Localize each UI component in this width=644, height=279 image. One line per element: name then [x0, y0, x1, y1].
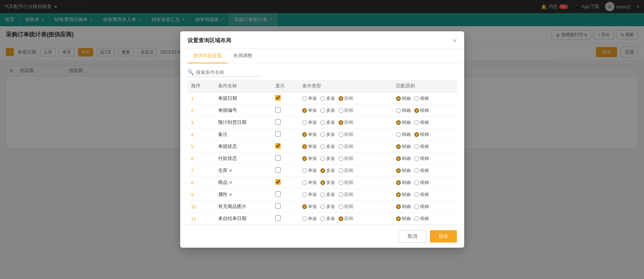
radio-type-multi[interactable]: 多值 — [320, 192, 335, 198]
radio-type-range[interactable]: 区间 — [339, 107, 353, 114]
radio-match-fuzzy[interactable]: 模糊 — [414, 131, 429, 138]
radio-match-exact[interactable]: 精确 — [396, 192, 411, 198]
cell-display — [272, 117, 299, 129]
radio-type-range[interactable]: 区间 — [339, 192, 353, 198]
radio-type-multi[interactable]: 多值 — [320, 204, 335, 210]
display-checkbox[interactable] — [275, 143, 281, 149]
radio-match-fuzzy[interactable]: 模糊 — [414, 204, 429, 210]
radio-type-multi[interactable]: 多值 — [320, 144, 335, 150]
radio-type-single[interactable]: 单值 — [302, 168, 317, 174]
radio-match-fuzzy[interactable]: 模糊 — [414, 216, 429, 222]
table-row: 7仓库 ∨单值多值区间精确模糊 — [187, 165, 457, 177]
radio-match-exact[interactable]: 精确 — [396, 144, 411, 150]
radio-match-exact[interactable]: 精确 — [396, 204, 411, 210]
radio-type-multi[interactable]: 多值 — [320, 168, 335, 174]
radio-match-exact[interactable]: 精确 — [396, 95, 411, 102]
dialog-footer: 取消 保存 — [180, 225, 464, 248]
radio-type-single[interactable]: 单值 — [302, 156, 317, 162]
radio-match-exact[interactable]: 精确 — [396, 107, 411, 114]
radio-type-multi[interactable]: 多值 — [320, 131, 335, 138]
table-row: 4备注单值多值区间精确模糊 — [187, 129, 457, 141]
cell-match: 精确模糊 — [392, 201, 457, 213]
radio-match-fuzzy[interactable]: 模糊 — [414, 144, 429, 150]
radio-type-single[interactable]: 单值 — [302, 204, 317, 210]
radio-type-single[interactable]: 单值 — [302, 216, 317, 222]
radio-match-fuzzy[interactable]: 模糊 — [414, 156, 429, 162]
display-checkbox[interactable] — [275, 131, 281, 137]
radio-type-multi[interactable]: 多值 — [320, 156, 335, 162]
dialog-close-btn[interactable]: × — [453, 38, 457, 44]
cell-type: 单值多值区间 — [299, 93, 392, 105]
radio-type-multi[interactable]: 多值 — [320, 107, 335, 114]
radio-type-range[interactable]: 区间 — [339, 95, 353, 102]
radio-match-exact[interactable]: 精确 — [396, 156, 411, 162]
radio-type-range[interactable]: 区间 — [339, 156, 353, 162]
display-checkbox[interactable] — [275, 119, 281, 125]
tab-query-fields-label: 查询字段设置 — [193, 53, 222, 58]
radio-type-range[interactable]: 区间 — [339, 168, 353, 174]
cell-display — [272, 141, 299, 153]
tab-query-fields[interactable]: 查询字段设置 — [187, 49, 228, 63]
cell-name: 单据日期 — [214, 93, 272, 105]
display-checkbox[interactable] — [275, 191, 281, 197]
cell-name: 单据状态 — [214, 141, 272, 153]
tab-layout-adjust[interactable]: 布局调整 — [228, 49, 258, 63]
cell-match: 精确模糊 — [392, 129, 457, 141]
radio-type-multi[interactable]: 多值 — [320, 119, 335, 126]
cell-match: 精确模糊 — [392, 117, 457, 129]
cancel-btn[interactable]: 取消 — [399, 230, 426, 243]
display-checkbox[interactable] — [275, 107, 281, 113]
cell-display — [272, 213, 299, 225]
radio-type-single[interactable]: 单值 — [302, 192, 317, 198]
radio-match-exact[interactable]: 精确 — [396, 216, 411, 222]
cell-display — [272, 129, 299, 141]
radio-type-range[interactable]: 区间 — [339, 131, 353, 138]
cell-order: 10 — [187, 201, 214, 213]
radio-match-fuzzy[interactable]: 模糊 — [414, 168, 429, 174]
radio-type-range[interactable]: 区间 — [339, 119, 353, 126]
radio-match-fuzzy[interactable]: 模糊 — [414, 95, 429, 102]
radio-type-range[interactable]: 区间 — [339, 144, 353, 150]
cell-order: 1 — [187, 93, 214, 105]
radio-type-single[interactable]: 单值 — [302, 119, 317, 126]
display-checkbox[interactable] — [275, 215, 281, 221]
cell-display — [272, 189, 299, 201]
display-checkbox[interactable] — [275, 95, 281, 101]
radio-match-fuzzy[interactable]: 模糊 — [414, 107, 429, 114]
radio-type-single[interactable]: 单值 — [302, 107, 317, 114]
radio-match-exact[interactable]: 精确 — [396, 119, 411, 126]
radio-type-range[interactable]: 区间 — [339, 180, 353, 186]
cell-name: 属性 ∨ — [214, 189, 272, 201]
radio-type-single[interactable]: 单值 — [302, 131, 317, 138]
radio-match-fuzzy[interactable]: 模糊 — [414, 180, 429, 186]
col-type: 条件类型 — [299, 80, 392, 93]
radio-type-multi[interactable]: 多值 — [320, 216, 335, 222]
display-checkbox[interactable] — [275, 167, 281, 173]
cell-name: 付款状态 — [214, 153, 272, 165]
radio-type-range[interactable]: 区间 — [339, 204, 353, 210]
display-checkbox[interactable] — [275, 203, 281, 209]
radio-match-exact[interactable]: 精确 — [396, 180, 411, 186]
radio-match-exact[interactable]: 精确 — [396, 168, 411, 174]
radio-type-single[interactable]: 单值 — [302, 144, 317, 150]
radio-type-range[interactable]: 区间 — [339, 216, 353, 222]
col-order: 顺序 — [187, 80, 214, 93]
radio-match-fuzzy[interactable]: 模糊 — [414, 119, 429, 126]
radio-type-single[interactable]: 单值 — [302, 180, 317, 186]
cell-type: 单值多值区间 — [299, 165, 392, 177]
search-input[interactable] — [196, 70, 254, 75]
cell-display — [272, 153, 299, 165]
cell-match: 精确模糊 — [392, 189, 457, 201]
radio-match-fuzzy[interactable]: 模糊 — [414, 192, 429, 198]
display-checkbox[interactable] — [275, 179, 281, 185]
save-btn[interactable]: 保存 — [430, 230, 457, 243]
table-row: 6付款状态单值多值区间精确模糊 — [187, 153, 457, 165]
radio-match-exact[interactable]: 精确 — [396, 131, 411, 138]
cell-name: 备注 — [214, 129, 272, 141]
radio-type-multi[interactable]: 多值 — [320, 95, 335, 102]
radio-type-multi[interactable]: 多值 — [320, 180, 335, 186]
radio-type-single[interactable]: 单值 — [302, 95, 317, 102]
dialog-tabs: 查询字段设置 布局调整 — [180, 49, 464, 63]
cell-display — [272, 201, 299, 213]
display-checkbox[interactable] — [275, 155, 281, 161]
